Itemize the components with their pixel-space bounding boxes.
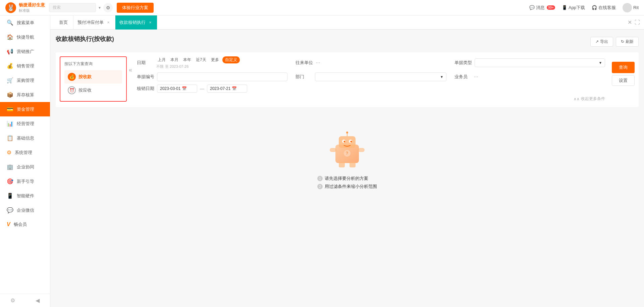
tab-receipt-writeoff[interactable]: 收款核销执行 × xyxy=(115,15,157,30)
writeoff-date-label: 核销日期 xyxy=(137,86,154,92)
sidebar-item-system[interactable]: ⚙ 系统管理 xyxy=(0,145,50,160)
date-shortcut-row: 上月 本月 本年 近7天 更多 自定义 xyxy=(156,56,240,63)
header-chevron-icon[interactable]: ▾ xyxy=(99,5,101,10)
department-chevron: ▾ xyxy=(441,74,443,79)
messages-badge: 99+ xyxy=(547,5,555,10)
step-2-num: 2 xyxy=(317,184,323,189)
basic-icon: 📋 xyxy=(7,135,13,141)
tab-close-button[interactable]: ✕ xyxy=(628,19,632,25)
sidebar-label-search: 搜索菜单 xyxy=(17,20,34,26)
shortcut-this-month[interactable]: 本月 xyxy=(169,56,180,63)
user-item[interactable]: Rit xyxy=(623,3,639,12)
empty-state: ? 1 请先选择要分析的方案 2 用过滤条件来缩小分析范围 xyxy=(56,111,639,210)
counterpart-dots[interactable]: ··· xyxy=(316,60,320,66)
tab-receipt-writeoff-close[interactable]: × xyxy=(148,20,153,25)
user-name: Rit xyxy=(633,5,639,10)
sidebar-item-member[interactable]: V 畅会员 xyxy=(0,217,50,232)
tab-expand-button[interactable]: ⛶ xyxy=(635,19,640,25)
writeoff-end-date[interactable]: 2023-07-21 📅 xyxy=(207,85,247,93)
empty-illustration: ? xyxy=(327,131,367,171)
main-content: 首页 预付冲应付单 × 收款核销执行 × ✕ ⛶ 收款核销执行(按收款) ↗ xyxy=(50,15,644,307)
doc-type-chevron: ▾ xyxy=(599,60,601,65)
staff-dots[interactable]: ··· xyxy=(474,74,478,80)
sidebar-collapse-icon[interactable]: ◀ xyxy=(36,297,40,304)
enterprise-icon: 🏢 xyxy=(7,164,13,170)
sidebar-item-operation[interactable]: 📊 经营管理 xyxy=(0,116,50,131)
sidebar-item-marketing[interactable]: 📢 营销推广 xyxy=(0,44,50,59)
export-button[interactable]: ↗ 导出 xyxy=(590,37,613,47)
collapse-more-section: ∧∧ 收起更多条件 xyxy=(137,95,605,103)
date-unlimited: 不限 xyxy=(156,64,164,69)
empty-hint-2-text: 用过滤条件来缩小分析范围 xyxy=(325,184,377,190)
by-receipt-icon: 💰 xyxy=(68,73,76,81)
sidebar-item-guide[interactable]: 🎯 新手引导 xyxy=(0,174,50,189)
operation-icon: 📊 xyxy=(7,120,13,127)
sidebar-settings-icon[interactable]: ⚙ xyxy=(10,297,15,304)
doc-type-select[interactable]: ▾ xyxy=(475,58,605,67)
logo-icon: 🐰 xyxy=(5,2,16,13)
sidebar-item-search[interactable]: 🔍 搜索菜单 xyxy=(0,15,50,30)
guide-icon: 🎯 xyxy=(7,178,13,185)
counterpart-field: 往来单位 ··· xyxy=(296,60,446,66)
finance-icon: 💳 xyxy=(7,106,13,112)
sidebar-item-enterprise[interactable]: 🏢 企业协同 xyxy=(0,160,50,174)
shortcut-last-month[interactable]: 上月 xyxy=(156,56,167,63)
tab-home[interactable]: 首页 xyxy=(54,15,73,30)
sidebar-item-purchase[interactable]: 🛒 采购管理 xyxy=(0,73,50,88)
filter-fields: 日期 上月 本月 本年 近7天 更多 自定义 xyxy=(134,56,608,103)
query-button[interactable]: 查询 xyxy=(612,62,635,73)
shortcut-more[interactable]: 更多 xyxy=(210,56,220,63)
top-header: 🐰 畅捷通好生意 标准版 搜索 ▾ ⚙ 体验行业方案 💬 消息 99+ 📱 Ap… xyxy=(0,0,644,15)
tab-receipt-writeoff-label: 收款核销执行 xyxy=(119,19,146,25)
sidebar-item-finance[interactable]: 💳 资金管理 xyxy=(0,102,50,116)
by-receivable-label: 按应收 xyxy=(78,87,92,93)
header-gear-button[interactable]: ⚙ xyxy=(103,3,113,12)
sidebar-item-basic[interactable]: 📋 基础信息 xyxy=(0,131,50,145)
svg-rect-10 xyxy=(330,148,336,152)
doc-no-input[interactable] xyxy=(157,72,287,81)
filter-collapse-toggle[interactable]: « xyxy=(127,56,134,73)
export-icon: ↗ xyxy=(595,39,599,44)
system-icon: ⚙ xyxy=(7,149,11,156)
sidebar-item-sales[interactable]: 💰 销售管理 xyxy=(0,59,50,73)
staff-label: 业务员 xyxy=(454,74,471,80)
sidebar-item-inventory[interactable]: 📦 库存核算 xyxy=(0,88,50,102)
sidebar-label-quick-nav: 快捷导航 xyxy=(17,34,34,40)
sidebar-item-quick-nav[interactable]: 🏠 快捷导航 xyxy=(0,30,50,44)
staff-field: 业务员 ··· xyxy=(454,74,605,80)
sidebar-item-wechat[interactable]: 💬 企业微信 xyxy=(0,203,50,217)
department-select[interactable]: ▾ xyxy=(315,72,446,81)
sidebar-label-marketing: 营销推广 xyxy=(17,49,34,55)
sidebar-label-purchase: 采购管理 xyxy=(17,78,34,84)
sidebar-item-hardware[interactable]: 📱 智能硬件 xyxy=(0,189,50,203)
settings-button[interactable]: 设置 xyxy=(612,75,635,86)
refresh-button[interactable]: ↻ 刷新 xyxy=(616,37,639,47)
filter-option-by-receivable[interactable]: ⏰ 按应收 xyxy=(64,84,122,97)
shortcut-last-7d[interactable]: 近7天 xyxy=(195,56,208,63)
date-separator: — xyxy=(200,86,204,91)
tab-prepay[interactable]: 预付冲应付单 × xyxy=(73,15,115,30)
empty-hints: 1 请先选择要分析的方案 2 用过滤条件来缩小分析范围 xyxy=(317,175,377,190)
shortcut-custom[interactable]: 自定义 xyxy=(222,56,240,63)
filter-row-1: 日期 上月 本月 本年 近7天 更多 自定义 xyxy=(137,56,605,69)
filter-row-2: 单据编号 部门 ▾ 业务员 ··· xyxy=(137,72,605,81)
filter-scheme-title: 按以下方案查询 xyxy=(64,61,122,67)
online-service-item[interactable]: 🎧 在线客服 xyxy=(592,5,616,11)
department-label: 部门 xyxy=(296,74,312,80)
doc-type-field: 单据类型 ▾ xyxy=(454,58,605,67)
messages-item[interactable]: 💬 消息 99+ xyxy=(529,5,555,11)
app-download-item[interactable]: 📱 App下载 xyxy=(562,5,585,11)
marketing-icon: 📢 xyxy=(7,48,13,55)
shortcut-this-year[interactable]: 本年 xyxy=(182,56,193,63)
page-actions: ↗ 导出 ↻ 刷新 xyxy=(590,37,639,47)
sidebar: 🔍 搜索菜单 🏠 快捷导航 📢 营销推广 💰 销售管理 🛒 采购管理 📦 库存核… xyxy=(0,15,50,307)
tab-prepay-close[interactable]: × xyxy=(106,20,111,25)
doc-no-field: 单据编号 xyxy=(137,72,287,81)
filter-option-by-receipt[interactable]: 💰 按收款 xyxy=(64,70,122,84)
trial-industry-button[interactable]: 体验行业方案 xyxy=(117,3,154,13)
collapse-more-button[interactable]: ∧∧ 收起更多条件 xyxy=(574,96,605,102)
writeoff-start-date[interactable]: 2023-03-01 📅 xyxy=(157,85,197,93)
logo-text: 畅捷通好生意 标准版 xyxy=(19,2,45,13)
step-1-num: 1 xyxy=(317,176,323,181)
action-buttons: 查询 设置 xyxy=(608,56,635,86)
